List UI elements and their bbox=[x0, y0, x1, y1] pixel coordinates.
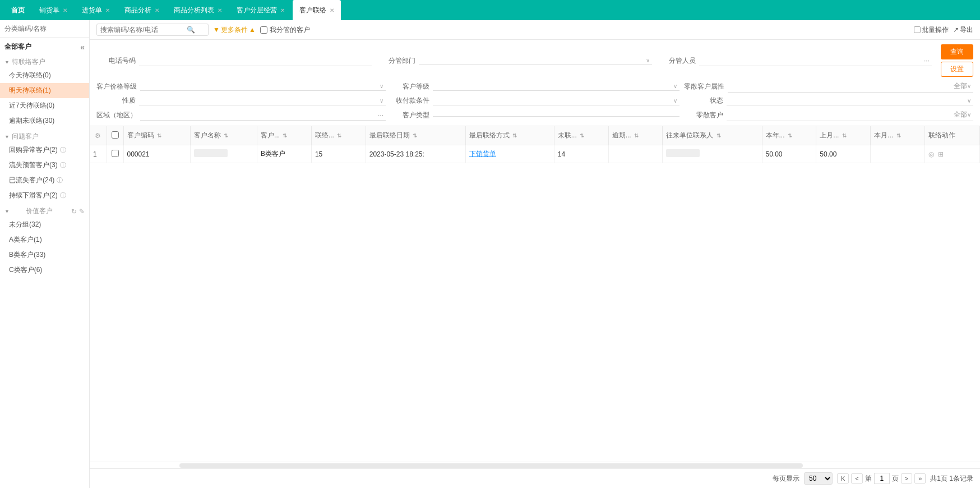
refresh-icon[interactable]: ↻ bbox=[71, 208, 77, 215]
settings-button[interactable]: 设置 bbox=[941, 62, 973, 77]
cell-actions: ◎ ⊞ bbox=[925, 145, 980, 163]
nav-home[interactable]: 首页 bbox=[4, 0, 31, 20]
dept-label: 分管部门 bbox=[376, 56, 415, 66]
gender-select[interactable]: ∨ bbox=[139, 96, 386, 105]
first-page-btn[interactable]: K bbox=[837, 473, 849, 484]
table-header-row: ⚙ 客户编码 ⇅ 客户名称 ⇅ 客户... bbox=[90, 126, 980, 145]
sidebar-7days-pending[interactable]: 近7天待联络(0) bbox=[0, 98, 89, 113]
sort-last-date-icon[interactable]: ⇅ bbox=[413, 132, 417, 139]
page-input[interactable] bbox=[874, 473, 890, 484]
cell-checkbox bbox=[107, 145, 123, 163]
select-all-checkbox[interactable] bbox=[112, 131, 119, 139]
customer-type-select[interactable] bbox=[433, 114, 679, 117]
search-input[interactable] bbox=[100, 26, 184, 34]
sort-code-icon[interactable]: ⇅ bbox=[157, 132, 161, 139]
batch-op-btn[interactable]: 批量操作 bbox=[914, 25, 949, 35]
price-level-select[interactable]: ∨ bbox=[140, 82, 386, 91]
sidebar-loss-warning[interactable]: 流失预警客户(3) ⓘ bbox=[0, 158, 89, 173]
per-page-select[interactable]: 50 100 200 bbox=[804, 472, 833, 485]
sort-this-month-icon[interactable]: ⇅ bbox=[896, 132, 901, 139]
sort-no-contact-icon[interactable]: ⇅ bbox=[580, 132, 584, 139]
edit-icon[interactable]: ✎ bbox=[79, 208, 85, 215]
all-customers-header[interactable]: 全部客户 « bbox=[0, 38, 89, 54]
retail-customer-field: 零散客户 全部 ∨ bbox=[684, 109, 973, 121]
sort-this-year-icon[interactable]: ⇅ bbox=[788, 132, 792, 139]
nav-sales[interactable]: 销货单 ✕ bbox=[33, 0, 74, 20]
cell-name bbox=[190, 145, 257, 163]
nav-customer-tier-close[interactable]: ✕ bbox=[280, 7, 285, 13]
status-select[interactable]: ∨ bbox=[727, 96, 973, 105]
sort-last-method-icon[interactable]: ⇅ bbox=[512, 132, 517, 139]
action-icon-2[interactable]: ⊞ bbox=[938, 150, 944, 158]
retail-customer-select[interactable]: 全部 ∨ bbox=[727, 109, 973, 121]
person-select[interactable]: ··· bbox=[699, 56, 932, 66]
advanced-filters: 电话号码 分管部门 ∨ 分管人员 ··· 查询 设置 bbox=[90, 40, 980, 126]
th-overdue: 逾期... ⇅ bbox=[608, 126, 663, 145]
row-checkbox[interactable] bbox=[112, 150, 119, 157]
prev-page-btn[interactable]: < bbox=[851, 473, 862, 484]
collapse-icon[interactable]: « bbox=[80, 43, 85, 52]
sidebar-today-pending[interactable]: 今天待联络(0) bbox=[0, 68, 89, 83]
retail-attr-select[interactable]: 全部 ∨ bbox=[728, 80, 973, 93]
more-conditions-btn[interactable]: ▼ 更多条件 ▲ bbox=[213, 25, 256, 35]
nav-product-analysis-list[interactable]: 商品分析列表 ✕ bbox=[167, 0, 229, 20]
dept-select[interactable]: ∨ bbox=[419, 56, 651, 65]
status-field: 状态 ∨ bbox=[684, 96, 973, 105]
sidebar-a-customers[interactable]: A类客户(1) bbox=[0, 232, 89, 247]
sort-name-icon[interactable]: ⇅ bbox=[224, 132, 228, 139]
nav-customer-contact-close[interactable]: ✕ bbox=[330, 7, 334, 13]
phone-input[interactable] bbox=[139, 56, 372, 66]
page-label: 第 bbox=[865, 474, 872, 484]
search-icon[interactable]: 🔍 bbox=[187, 26, 195, 34]
sidebar-search-input[interactable] bbox=[4, 25, 89, 33]
phone-label: 电话号码 bbox=[96, 56, 136, 66]
sort-contacts-icon[interactable]: ⇅ bbox=[337, 132, 341, 139]
next-page-btn[interactable]: > bbox=[901, 473, 912, 484]
filter-row-4: 区域（地区） ··· 客户类型 零散客户 全部 ∨ bbox=[96, 109, 973, 121]
retail-customer-value: 全部 bbox=[954, 110, 967, 119]
person-field: 分管人员 ··· bbox=[657, 56, 932, 66]
th-last-date: 最后联络日期 ⇅ bbox=[366, 126, 465, 145]
nav-product-analysis-list-close[interactable]: ✕ bbox=[218, 7, 222, 13]
sidebar-declining-customers[interactable]: 持续下滑客户(2) ⓘ bbox=[0, 188, 89, 203]
last-page-btn[interactable]: » bbox=[914, 473, 926, 484]
th-contacts: 联络... ⇅ bbox=[311, 126, 366, 145]
sidebar-lost-customers[interactable]: 已流失客户(24) ⓘ bbox=[0, 173, 89, 188]
sort-last-month-icon[interactable]: ⇅ bbox=[842, 132, 847, 139]
sidebar-abnormal-repurchase[interactable]: 回购异常客户(2) ⓘ bbox=[0, 142, 89, 158]
nav-purchase-close[interactable]: ✕ bbox=[105, 7, 110, 13]
cell-last-month: 50.00 bbox=[816, 145, 871, 163]
sidebar-c-customers[interactable]: C类客户(6) bbox=[0, 263, 89, 278]
sidebar-tomorrow-pending[interactable]: 明天待联络(1) bbox=[0, 83, 89, 98]
query-button[interactable]: 查询 bbox=[941, 44, 973, 59]
th-actions: 联络动作 bbox=[925, 126, 980, 145]
sidebar-overdue-contact[interactable]: 逾期未联络(30) bbox=[0, 113, 89, 128]
nav-product-analysis[interactable]: 商品分析 ✕ bbox=[118, 0, 166, 20]
export-btn[interactable]: ↗ 导出 bbox=[953, 25, 973, 35]
sidebar-ungrouped[interactable]: 未分组(32) bbox=[0, 217, 89, 232]
sort-type-icon[interactable]: ⇅ bbox=[283, 132, 287, 139]
cell-overdue bbox=[608, 145, 663, 163]
phone-field: 电话号码 bbox=[96, 56, 372, 66]
unit-contacts-blurred bbox=[666, 149, 700, 157]
horizontal-scroll-bar[interactable] bbox=[90, 462, 980, 468]
nav-customer-tier[interactable]: 客户分层经营 ✕ bbox=[230, 0, 292, 20]
region-select[interactable]: ··· bbox=[140, 110, 386, 121]
nav-purchase[interactable]: 进货单 ✕ bbox=[75, 0, 117, 20]
nav-customer-contact[interactable]: 客户联络 ✕ bbox=[293, 0, 341, 20]
action-icon-1[interactable]: ◎ bbox=[928, 150, 934, 158]
customer-level-select[interactable]: ∨ bbox=[433, 82, 679, 91]
sort-overdue-icon[interactable]: ⇅ bbox=[634, 132, 639, 139]
toolbar-right: 批量操作 ↗ 导出 bbox=[914, 25, 973, 35]
my-customers-checkbox[interactable] bbox=[260, 26, 267, 34]
nav-sales-close[interactable]: ✕ bbox=[63, 7, 67, 13]
payment-select[interactable]: ∨ bbox=[433, 96, 679, 105]
sort-unit-contacts-icon[interactable]: ⇅ bbox=[716, 132, 721, 139]
sidebar-b-customers[interactable]: B类客户(33) bbox=[0, 247, 89, 263]
scroll-thumb[interactable] bbox=[179, 463, 803, 468]
nav-product-analysis-close[interactable]: ✕ bbox=[155, 7, 159, 13]
price-level-chevron: ∨ bbox=[380, 83, 383, 89]
customer-name-blurred bbox=[194, 149, 228, 157]
th-settings[interactable]: ⚙ bbox=[90, 126, 107, 145]
last-method-link[interactable]: 下销货单 bbox=[469, 150, 496, 158]
